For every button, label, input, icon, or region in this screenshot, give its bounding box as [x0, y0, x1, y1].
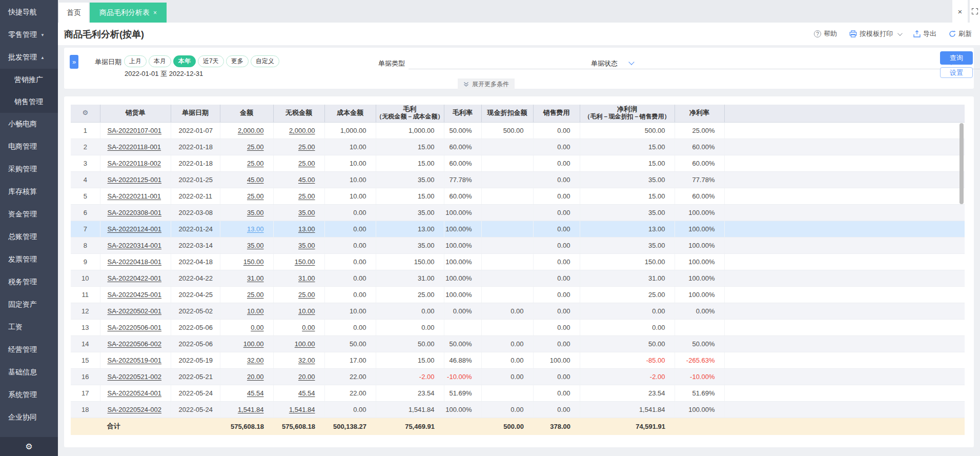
cell-tax-free-amount-link[interactable]: 10.00 [298, 307, 315, 315]
help-button[interactable]: ? 帮助 [814, 29, 837, 38]
cell-doc-number-link[interactable]: SA-20220521-002 [108, 373, 162, 381]
refresh-button[interactable]: 刷新 [949, 29, 972, 38]
cell-doc-number-link[interactable]: SA-20220125-001 [108, 176, 162, 184]
cell-tax-free-amount-link[interactable]: 25.00 [298, 192, 315, 200]
cell-tax-free-amount-link[interactable]: 2,000.00 [289, 127, 315, 134]
cell-tax-free-amount-link[interactable]: 25.00 [298, 291, 315, 299]
cell-tax-free-amount-link[interactable]: 25.00 [298, 143, 315, 151]
sidebar-item-采购管理[interactable]: 采购管理 [0, 158, 58, 181]
sidebar-item-销售管理[interactable]: 销售管理 [0, 91, 58, 113]
cell-amount-link[interactable]: 25.00 [247, 192, 264, 200]
cell-amount-link[interactable]: 150.00 [243, 258, 264, 266]
cell-amount-link[interactable]: 20.00 [247, 373, 264, 381]
sidebar-item-发票管理[interactable]: 发票管理 [0, 248, 58, 271]
cell-amount-link[interactable]: 25.00 [247, 291, 264, 299]
table-row[interactable]: 14SA-20220506-0022022-05-06100.00100.005… [71, 335, 965, 352]
table-row[interactable]: 9SA-20220418-0012022-04-18150.00150.000.… [71, 253, 965, 270]
table-row[interactable]: 12SA-20220502-0012022-05-0210.0010.0010.… [71, 303, 965, 319]
table-row[interactable]: 8SA-20220314-0012022-03-1435.0035.000.00… [71, 237, 965, 253]
cell-doc-number-link[interactable]: SA-20220506-001 [108, 324, 162, 331]
cell-tax-free-amount-link[interactable]: 25.00 [298, 160, 315, 167]
cell-amount-link[interactable]: 2,000.00 [238, 127, 264, 134]
table-row[interactable]: 10SA-20220422-0012022-04-2231.0031.000.0… [71, 270, 965, 286]
doc-status-select[interactable] [623, 56, 980, 69]
table-row[interactable]: 2SA-20220118-0012022-01-1825.0025.0010.0… [71, 138, 965, 155]
cell-tax-free-amount-link[interactable]: 150.00 [295, 258, 315, 266]
cell-doc-number-link[interactable]: SA-20220524-002 [108, 406, 162, 413]
cell-amount-link[interactable]: 0.00 [251, 324, 263, 331]
fullscreen-button[interactable] [970, 0, 980, 23]
cell-tax-free-amount-link[interactable]: 35.00 [298, 209, 315, 216]
chevron-down-icon[interactable] [897, 31, 903, 36]
cell-doc-number-link[interactable]: SA-20220118-001 [108, 143, 161, 151]
cell-doc-number-link[interactable]: SA-20220422-001 [108, 274, 162, 282]
date-pill-本年[interactable]: 本年 [173, 55, 196, 67]
cell-tax-free-amount-link[interactable]: 0.00 [302, 324, 315, 331]
vertical-scrollbar-thumb[interactable] [959, 123, 964, 204]
sidebar-item-基础信息[interactable]: 基础信息 [0, 361, 58, 384]
cell-tax-free-amount-link[interactable]: 45.00 [298, 176, 315, 184]
cell-doc-number-link[interactable]: SA-20220502-001 [108, 307, 162, 315]
date-pill-本月[interactable]: 本月 [149, 55, 171, 67]
cell-tax-free-amount-link[interactable]: 32.00 [298, 356, 315, 364]
date-pill-上月[interactable]: 上月 [124, 55, 147, 67]
cell-amount-link[interactable]: 35.00 [247, 209, 264, 216]
sidebar-item-企业协同[interactable]: 企业协同 [0, 406, 58, 429]
cell-amount-link[interactable]: 45.54 [247, 389, 264, 397]
cell-tax-free-amount-link[interactable]: 35.00 [298, 242, 315, 249]
table-row[interactable]: 18SA-20220524-0022022-05-241,541.841,541… [71, 401, 965, 418]
sidebar-item-快捷导航[interactable]: 快捷导航 [0, 1, 58, 24]
table-row[interactable]: 3SA-20220118-0022022-01-1825.0025.0010.0… [71, 155, 965, 171]
sidebar-item-固定资产[interactable]: 固定资产 [0, 293, 58, 316]
tab-close-icon[interactable]: × [153, 10, 157, 16]
cell-amount-link[interactable]: 31.00 [247, 274, 264, 282]
date-pill-近7天[interactable]: 近7天 [198, 55, 224, 67]
cell-doc-number-link[interactable]: SA-20220506-002 [108, 340, 162, 348]
cell-amount-link[interactable]: 45.00 [247, 176, 264, 184]
settings-button[interactable]: 设置 [940, 67, 973, 78]
table-row[interactable]: 6SA-20220308-0012022-03-0835.0035.000.00… [71, 204, 965, 221]
expand-more-conditions-button[interactable]: 展开更多条件 [458, 78, 515, 90]
settings-gear-icon[interactable]: ⚙ [25, 442, 32, 451]
sidebar-item-批发管理[interactable]: 批发管理▲ [0, 46, 58, 69]
cell-tax-free-amount-link[interactable]: 100.00 [295, 340, 315, 348]
date-pill-更多[interactable]: 更多 [226, 55, 249, 67]
cell-amount-link[interactable]: 35.00 [247, 242, 264, 249]
cell-doc-number-link[interactable]: SA-20220211-001 [108, 192, 161, 200]
sidebar-item-零售管理[interactable]: 零售管理▼ [0, 24, 58, 46]
export-button[interactable]: 导出 [913, 29, 936, 38]
cell-doc-number-link[interactable]: SA-20220124-001 [108, 225, 162, 233]
cell-tax-free-amount-link[interactable]: 1,541.84 [289, 406, 315, 413]
cell-amount-link[interactable]: 25.00 [247, 160, 264, 167]
table-row[interactable]: 13SA-20220506-0012022-05-060.000.000.000… [71, 319, 965, 335]
close-tabs-button[interactable]: × [952, 0, 968, 23]
sidebar-item-电商管理[interactable]: 电商管理 [0, 135, 58, 158]
sidebar-item-总账管理[interactable]: 总账管理 [0, 226, 58, 248]
cell-tax-free-amount-link[interactable]: 45.54 [298, 389, 315, 397]
cell-doc-number-link[interactable]: SA-20220308-001 [108, 209, 162, 216]
cell-doc-number-link[interactable]: SA-20220118-002 [108, 160, 161, 167]
cell-amount-link[interactable]: 25.00 [247, 143, 264, 151]
table-row[interactable]: 15SA-20220519-0012022-05-1932.0032.0017.… [71, 352, 965, 368]
cell-amount-link[interactable]: 1,541.84 [238, 406, 264, 413]
cell-doc-number-link[interactable]: SA-20220519-001 [108, 356, 162, 364]
tab-gross-profit-report[interactable]: 商品毛利分析表 × [90, 3, 167, 23]
sidebar-item-经营管理[interactable]: 经营管理 [0, 339, 58, 361]
cell-tax-free-amount-link[interactable]: 20.00 [298, 373, 315, 381]
date-pill-自定义[interactable]: 自定义 [251, 55, 279, 67]
sidebar-item-小畅电商[interactable]: 小畅电商 [0, 113, 58, 135]
collapse-filter-button[interactable]: » [70, 55, 78, 69]
table-row[interactable]: 16SA-20220521-0022022-05-2120.0020.0022.… [71, 368, 965, 385]
sidebar-item-营销推广[interactable]: 营销推广 [0, 69, 58, 91]
cell-doc-number-link[interactable]: SA-20220107-001 [108, 127, 162, 134]
cell-amount-link[interactable]: 100.00 [243, 340, 264, 348]
table-row[interactable]: 11SA-20220425-0012022-04-2525.0025.000.0… [71, 286, 965, 303]
table-row[interactable]: 4SA-20220125-0012022-01-2545.0045.0010.0… [71, 171, 965, 188]
sidebar-item-工资[interactable]: 工资 [0, 316, 58, 339]
cell-amount-link[interactable]: 10.00 [247, 307, 264, 315]
sidebar-item-系统管理[interactable]: 系统管理 [0, 384, 58, 406]
cell-amount-link[interactable]: 32.00 [247, 356, 264, 364]
cell-tax-free-amount-link[interactable]: 31.00 [298, 274, 315, 282]
column-settings-header[interactable]: ⚙ [71, 105, 100, 122]
cell-doc-number-link[interactable]: SA-20220418-001 [108, 258, 162, 266]
